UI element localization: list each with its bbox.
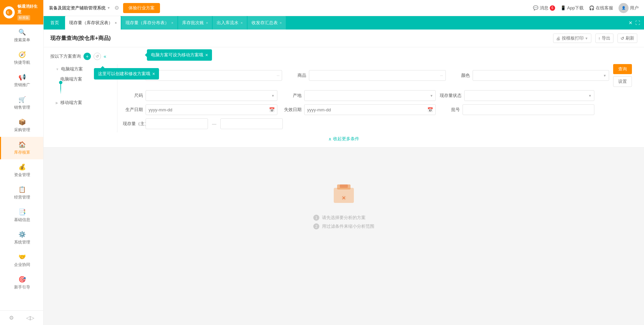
expire-date-input[interactable] [304, 104, 436, 115]
logo-icon: 6 [3, 6, 15, 18]
sidebar-item-search[interactable]: 🔍 搜索菜单 [0, 24, 43, 47]
warehouse-input[interactable] [146, 70, 282, 81]
tab-inout-flow-close[interactable]: × [240, 21, 243, 25]
template-print-btn[interactable]: 🖨 按模板打印 ▼ [553, 34, 591, 43]
tab-batch-account-close[interactable]: × [206, 21, 208, 25]
sidebar-item-operations[interactable]: 📋 经营管理 [0, 182, 43, 204]
scheme-pc-label: 电脑端方案 [61, 66, 83, 72]
filter-row-3: 生产日期 📅 失效日期 📅 [123, 104, 632, 115]
sidebar-item-guide-label: 新手引导 [14, 284, 30, 290]
size-input[interactable] [146, 90, 277, 101]
sidebar: 6 畅通消好生意 标准版 🔍 搜索菜单 🧭 快捷导航 📢 营销推广 🛒 销售管理… [0, 0, 44, 325]
filter-back-button[interactable]: « [104, 54, 106, 59]
filter-row-4: 现存量（主） — [123, 118, 632, 129]
export-btn[interactable]: ↑ 导出 [595, 34, 614, 43]
tooltip1-close[interactable]: × [205, 52, 208, 58]
system-title-dropdown[interactable]: 装备及固定资产辅助管理系统 ▼ [49, 5, 110, 11]
sidebar-item-sales[interactable]: 🛒 销售管理 [0, 92, 43, 114]
filter-group-size: 尺码 ▼ [123, 90, 277, 101]
dropdown-icon: ▼ [107, 6, 110, 10]
tab-inventory-status[interactable]: 现存量（库存状况表） × [65, 16, 121, 30]
color-input[interactable] [473, 70, 609, 81]
page-content: 现存量查询(按仓库+商品) 🖨 按模板打印 ▼ ↑ 导出 ↺ 刷新 [44, 30, 644, 325]
print-dropdown-icon: ▼ [585, 37, 588, 40]
close-all-tabs-icon[interactable]: ✕ [629, 20, 633, 25]
empty-steps: 1 请先选择要分析的方案 2 用过滤条件来缩小分析范围 [313, 215, 374, 232]
sidebar-nav: 🔍 搜索菜单 🧭 快捷导航 📢 营销推广 🛒 销售管理 📦 采购管理 🏠 库存核… [0, 24, 43, 310]
tooltip1-text: 电脑方案可设为移动方案哦 [151, 52, 203, 58]
tooltip-pc-scheme: 电脑方案可设为移动方案哦 × [147, 49, 212, 61]
refresh-btn[interactable]: ↺ 刷新 [618, 34, 637, 43]
tab-summary[interactable]: 收发存汇总表 × [248, 16, 286, 30]
range-separator: — [211, 121, 218, 126]
logo-badge: 标准版 [17, 15, 30, 20]
tabbar: 首页 现存量（库存状况表） × 现存量（库存分布表） × 库存批次账 × 出入库… [44, 16, 644, 30]
online-support-action[interactable]: 🎧 在线客服 [589, 5, 613, 11]
sidebar-item-enterprise-label: 企业协同 [14, 262, 30, 268]
expire-date-label: 失效日期 [281, 107, 302, 113]
sidebar-item-system[interactable]: ⚙️ 系统管理 [0, 227, 43, 249]
tab-summary-close[interactable]: × [280, 21, 282, 25]
step-1-text: 请先选择要分析的方案 [322, 215, 366, 221]
batch-input[interactable] [463, 104, 594, 115]
logo-text: 畅通消好生意 [17, 4, 40, 14]
filter-group-expire-date: 失效日期 📅 [281, 104, 436, 115]
filter-group-origin: 产地 ▼ [281, 90, 436, 101]
tab-inventory-dist-close[interactable]: × [171, 21, 173, 25]
reset-button[interactable]: 设置 [613, 76, 632, 87]
settings-gear-icon[interactable]: ⚙ [114, 5, 119, 11]
expire-date-calendar-icon[interactable]: 📅 [427, 107, 433, 112]
sidebar-item-basics[interactable]: 📑 基础信息 [0, 204, 43, 227]
marketing-icon: 📢 [18, 73, 26, 81]
stock-status-label: 现存量状态 [440, 93, 462, 99]
size-select-wrapper: ▼ [146, 90, 277, 101]
sidebar-item-inventory[interactable]: 🏠 库存核算 [0, 137, 43, 159]
app-download-action[interactable]: 📱 App下载 [560, 5, 584, 11]
produce-date-calendar-icon[interactable]: 📅 [269, 107, 275, 112]
filter-refresh-button[interactable]: ↺ [94, 53, 101, 60]
message-action[interactable]: 💬 消息 6 [533, 5, 555, 11]
industry-plan-button[interactable]: 体验行业方案 [123, 3, 160, 13]
produce-date-input[interactable] [146, 104, 277, 115]
batch-label: 批号 [440, 107, 460, 113]
filter-add-button[interactable]: + [84, 53, 91, 60]
sidebar-item-finance[interactable]: 💰 资金管理 [0, 159, 43, 182]
goods-select-wrapper: ··· [309, 70, 445, 81]
goods-label: 商品 [286, 72, 306, 78]
sidebar-item-operations-label: 经营管理 [14, 195, 30, 200]
sidebar-item-enterprise[interactable]: 🤝 企业协同 [0, 249, 43, 272]
tab-inventory-status-close[interactable]: × [115, 21, 117, 25]
filter-collapse-btn[interactable]: ∧ 收起更多条件 [50, 132, 637, 142]
export-label: 导出 [602, 35, 610, 41]
tooltip2-close[interactable]: × [152, 71, 155, 76]
stock-qty-input[interactable] [146, 118, 208, 129]
stock-qty-input-end[interactable] [220, 118, 283, 129]
scheme-mobile-header[interactable]: ▶ 移动端方案 [50, 98, 117, 108]
tooltip-create-scheme: 这里可以创建和修改方案哦 × [94, 68, 159, 79]
compass-icon: 🧭 [18, 51, 26, 58]
sidebar-item-guide[interactable]: 🎯 新手引导 [0, 272, 43, 294]
tab-home[interactable]: 首页 [45, 16, 64, 30]
tab-inventory-status-label: 现存量（库存状况表） [69, 20, 113, 26]
tab-inout-flow[interactable]: 出入库流水 × [213, 16, 247, 30]
stock-status-input[interactable] [464, 90, 594, 101]
tab-inventory-dist[interactable]: 现存量（库存分布表） × [121, 16, 177, 30]
sidebar-item-marketing[interactable]: 📢 营销推广 [0, 69, 43, 92]
system-icon: ⚙️ [18, 231, 26, 238]
settings-bottom-btn[interactable]: ⚙ [9, 315, 14, 321]
query-button[interactable]: 查询 [613, 64, 632, 74]
tab-batch-account[interactable]: 库存批次账 × [178, 16, 212, 30]
goods-input[interactable] [309, 70, 445, 81]
user-action[interactable]: 👤 用户 [619, 3, 639, 13]
step-2-text: 用过滤条件来缩小分析范围 [322, 223, 374, 229]
scheme-mobile-label: 移动端方案 [60, 100, 82, 106]
sidebar-item-purchase[interactable]: 📦 采购管理 [0, 114, 43, 137]
origin-input[interactable] [304, 90, 436, 101]
app-download-label: App下载 [567, 5, 584, 11]
empty-step-2: 2 用过滤条件来缩小分析范围 [313, 223, 374, 229]
collapse-sidebar-btn[interactable]: ◁▷ [26, 315, 34, 321]
maximize-icon[interactable]: ⛶ [635, 20, 640, 25]
sidebar-item-basics-label: 基础信息 [14, 217, 30, 223]
warehouse-select-wrapper: ··· [146, 70, 282, 81]
sidebar-item-quicknav[interactable]: 🧭 快捷导航 [0, 47, 43, 69]
